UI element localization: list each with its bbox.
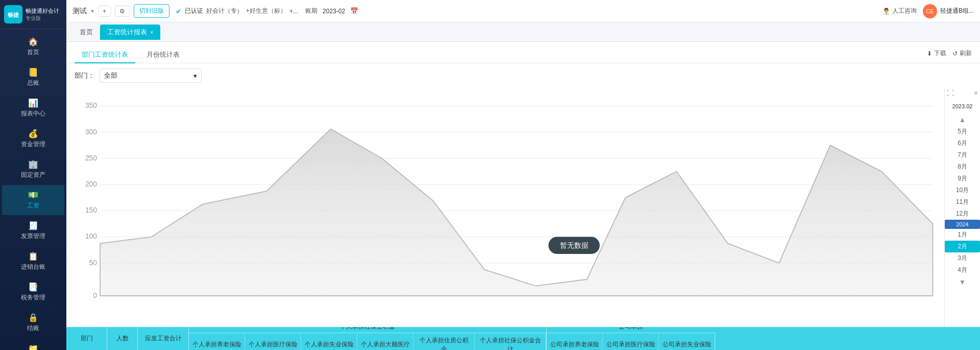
month-10[interactable]: 10月 <box>945 184 980 196</box>
avatar-text: CE <box>926 8 934 14</box>
svg-text:300: 300 <box>85 128 97 136</box>
sidebar-label-home: 首页 <box>27 48 39 57</box>
ledger-icon: 📒 <box>28 67 38 77</box>
col-personal-housing: 个人承担住房公积金 <box>413 333 475 350</box>
sidebar-label-tax: 税务管理 <box>21 293 45 302</box>
sidebar-label-salary: 工资 <box>27 201 39 210</box>
col-total-salary: 应发工资合计 <box>138 327 189 350</box>
year-2024[interactable]: 2024 <box>945 220 980 229</box>
svg-text:畅捷: 畅捷 <box>8 12 19 18</box>
badge-haoshengyi: +好生意（标） <box>246 7 286 15</box>
sidebar-item-invoice[interactable]: 🧾 发票管理 <box>2 216 64 246</box>
download-btn[interactable]: ⬇ 下载 <box>927 49 946 58</box>
month-12[interactable]: 12月 <box>945 208 980 220</box>
subtabs-actions: ⬇ 下载 ↺ 刷新 <box>927 49 972 61</box>
sidebar-item-ledger[interactable]: 📒 总账 <box>2 62 64 92</box>
panel-close-icon[interactable]: × <box>974 89 978 97</box>
group-personal-cols: 个人承担养老保险 个人承担医疗保险 个人承担失业保险 个人承担大额医疗 个人承担… <box>189 333 546 350</box>
project-name: 测试 <box>72 7 87 16</box>
tab-home[interactable]: 首页 <box>72 25 100 40</box>
chevron-down-icon: ▾ <box>193 72 197 80</box>
dept-select[interactable]: 全部 ▾ <box>100 68 202 83</box>
sidebar-item-funds[interactable]: 💰 资金管理 <box>2 124 64 154</box>
col-personal-medical: 个人承担医疗保险 <box>245 333 301 350</box>
sidebar-item-reports[interactable]: 📊 报表中心 <box>2 93 64 123</box>
reports-icon: 📊 <box>28 98 38 108</box>
refresh-btn[interactable]: ↺ 刷新 <box>952 49 972 58</box>
download-icon: ⬇ <box>927 50 932 57</box>
app-name: 畅捷通好会计 <box>26 7 59 14</box>
add-button[interactable]: + <box>98 6 111 17</box>
service-btn[interactable]: 👨‍💼 人工咨询 <box>883 7 917 15</box>
sidebar-label-funds: 资金管理 <box>21 140 45 149</box>
avatar: CE <box>923 4 937 18</box>
sidebar-label-reports: 报表中心 <box>21 109 45 118</box>
month-9[interactable]: 9月 <box>945 173 980 184</box>
chart-wrapper: 350 300 250 200 150 100 50 0 <box>66 88 980 327</box>
topbar-badges: ✔ 已认证 好会计（专） +好生意（标） +... 账期 2023-02 📅 <box>176 7 358 15</box>
filter-label: 部门： <box>75 71 94 80</box>
subtabs: 部门工资统计表 月份统计表 ⬇ 下载 ↺ 刷新 <box>66 42 980 63</box>
app-edition: 专业版 <box>26 15 59 21</box>
badge-haokuai: 好会计（专） <box>206 7 243 15</box>
area-chart: 350 300 250 200 150 100 50 0 <box>75 93 939 322</box>
tab-salary-close[interactable]: × <box>150 29 153 35</box>
refresh-icon: ↺ <box>952 50 958 57</box>
side-panel: × ⛶ 2023.02 ▲ 5月 6月 7月 8月 9月 10月 11月 12月… <box>944 88 980 327</box>
period-value: 2023-02 <box>323 8 345 15</box>
svg-text:150: 150 <box>85 206 97 214</box>
user-area: CE 轻捷通B组... <box>923 4 974 18</box>
username[interactable]: 轻捷通B组... <box>940 7 974 15</box>
month-11[interactable]: 11月 <box>945 196 980 208</box>
sidebar-label-sales: 进销台账 <box>21 263 45 271</box>
month-8[interactable]: 8月 <box>945 161 980 173</box>
svg-marker-19 <box>100 129 933 295</box>
close-account-icon: 🔒 <box>28 313 38 322</box>
month-4[interactable]: 4月 <box>945 264 980 276</box>
certified-label: 已认证 <box>185 7 203 15</box>
topbar-right: 👨‍💼 人工咨询 CE 轻捷通B组... <box>883 4 974 18</box>
subtab-dept[interactable]: 部门工资统计表 <box>75 47 135 63</box>
sidebar-item-salary[interactable]: 💵 工资 <box>2 185 64 215</box>
sidebar-label-close: 结账 <box>27 324 39 333</box>
sales-icon: 📋 <box>28 251 38 261</box>
sidebar-item-tax[interactable]: 📑 税务管理 <box>2 277 64 307</box>
month-3[interactable]: 3月 <box>945 252 980 264</box>
content-area: 部门工资统计表 月份统计表 ⬇ 下载 ↺ 刷新 部门： 全部 ▾ <box>66 42 980 350</box>
service-label: 人工咨询 <box>892 7 917 15</box>
sidebar-item-close[interactable]: 🔒 结账 <box>2 308 64 338</box>
home-icon: 🏠 <box>28 37 38 46</box>
svg-text:0: 0 <box>93 291 97 299</box>
svg-text:350: 350 <box>85 101 97 109</box>
month-5[interactable]: 5月 <box>945 126 980 137</box>
topbar: 测试 ▾ + ⚙ 切到旧版 ✔ 已认证 好会计（专） +好生意（标） +... … <box>66 0 980 22</box>
month-6[interactable]: 6月 <box>945 137 980 149</box>
svg-text:100: 100 <box>85 232 97 240</box>
calendar-icon[interactable]: 📅 <box>350 7 358 15</box>
settings-button[interactable]: ⚙ <box>115 6 130 17</box>
panel-up-btn[interactable]: ▲ <box>957 113 969 126</box>
panel-down-btn[interactable]: ▼ <box>957 276 969 288</box>
tab-salary[interactable]: 工资统计报表 × <box>100 25 160 40</box>
col-company-unemploy: 公司承担失业保险 <box>659 333 715 350</box>
col-personal-major-medical: 个人承担大额医疗 <box>357 333 413 350</box>
panel-expand-icon[interactable]: ⛶ <box>947 89 954 97</box>
sidebar-item-archive[interactable]: 📁 归档管理 <box>2 338 64 350</box>
dept-select-value: 全部 <box>104 71 117 80</box>
switch-old-btn[interactable]: 切到旧版 <box>134 4 169 18</box>
tax-icon: 📑 <box>28 282 38 292</box>
month-1[interactable]: 1月 <box>945 229 980 241</box>
sidebar-item-home[interactable]: 🏠 首页 <box>2 32 64 62</box>
col-personal-total: 个人承担社保公积金合计 <box>475 333 546 350</box>
sidebar-label-assets: 固定资产 <box>21 171 45 179</box>
salary-icon: 💵 <box>28 190 38 200</box>
sidebar-item-sales[interactable]: 📋 进销台账 <box>2 246 64 276</box>
dropdown-arrow-icon: ▾ <box>91 8 94 15</box>
month-7[interactable]: 7月 <box>945 149 980 161</box>
subtab-monthly[interactable]: 月份统计表 <box>139 47 187 63</box>
app-logo: 畅捷 畅捷通好会计 专业版 <box>0 0 66 29</box>
sidebar-label-ledger: 总账 <box>27 79 39 87</box>
month-2-active[interactable]: 2月 <box>945 241 980 252</box>
sidebar-item-assets[interactable]: 🏢 固定资产 <box>2 154 64 184</box>
funds-icon: 💰 <box>28 129 38 138</box>
